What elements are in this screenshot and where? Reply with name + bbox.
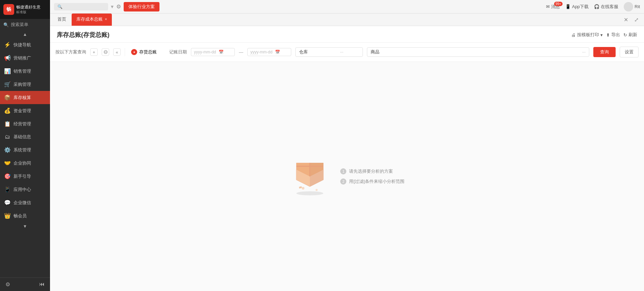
date-end-input[interactable]: yyyy-mm-dd 📅: [247, 48, 291, 56]
user-profile-btn[interactable]: Rit: [624, 2, 640, 11]
empty-tip-2-text: 用[过滤]条件来缩小分析范围: [349, 178, 404, 185]
sidebar-item-label: 资金管理: [14, 108, 31, 114]
coop-icon: 🤝: [4, 160, 11, 166]
calendar-icon: 📅: [275, 50, 280, 54]
panel-close-btn[interactable]: ✕: [621, 15, 631, 24]
sidebar-item-basic[interactable]: 🗂 基础信息: [0, 130, 50, 143]
empty-num-1: 1: [340, 168, 346, 174]
sidebar-item-purchase[interactable]: 🛒 采购管理: [0, 78, 50, 91]
purchase-icon: 🛒: [4, 81, 11, 88]
filter-scheme-panel: ✦ 存货总账: [125, 48, 165, 56]
filter-remove-btn[interactable]: ⊖: [102, 48, 109, 56]
app-download-label: App下载: [572, 4, 589, 10]
print-label: 按模板打印: [577, 32, 599, 38]
finance-icon: 💰: [4, 107, 11, 114]
chevron-left-icon: «: [116, 50, 118, 55]
print-icon: 🖨: [571, 32, 576, 38]
refresh-btn[interactable]: ↻ 刷新: [623, 32, 637, 38]
sidebar-item-inventory[interactable]: 📦 库存核算: [0, 91, 50, 104]
tab-ledger[interactable]: 库存成本总账 ×: [72, 14, 112, 26]
warehouse-select[interactable]: 仓库 ···: [295, 47, 363, 57]
topbar: 🔍 ▾ ⚙ 体验行业方案 ✉ 消息 99+ 📱 App下载 🎧 在线客服 Rit: [50, 0, 644, 14]
date-start-input[interactable]: yyyy-mm-dd 📅: [191, 48, 235, 56]
sidebar-item-label: 基础信息: [14, 134, 31, 140]
topbar-dropdown-btn[interactable]: ▾: [111, 3, 114, 10]
message-badge: 99+: [554, 2, 563, 6]
tab-home[interactable]: 首页: [53, 14, 71, 26]
sidebar-item-vip[interactable]: 👑 畅会员: [0, 209, 50, 222]
online-service-btn[interactable]: 🎧 在线客服: [594, 4, 618, 10]
sidebar-item-label: 新手引导: [14, 173, 31, 179]
app-logo-icon: 畅: [3, 4, 14, 15]
sidebar-item-newbie[interactable]: 🎯 新手引导: [0, 170, 50, 183]
svg-point-0: [296, 191, 323, 195]
message-btn[interactable]: ✉ 消息 99+: [546, 4, 560, 10]
avatar: [624, 2, 633, 11]
sidebar-item-label: 营销推广: [14, 55, 31, 61]
sidebar-item-label: 库存核算: [14, 95, 31, 101]
app-download-btn[interactable]: 📱 App下载: [565, 4, 589, 10]
date-separator: —: [239, 50, 243, 55]
sidebar-search-btn[interactable]: 🔍 搜索菜单: [0, 19, 50, 30]
sidebar-bottom: ⚙ ⏮: [0, 277, 50, 291]
sidebar-scroll-down[interactable]: ▼: [0, 222, 50, 230]
sidebar-item-app-center[interactable]: 📱 应用中心: [0, 183, 50, 196]
headset-icon: 🎧: [594, 4, 599, 9]
sidebar-item-quick-nav[interactable]: ⚡ 快捷导航: [0, 38, 50, 51]
goods-more-btn[interactable]: ···: [582, 50, 586, 54]
sidebar-item-label: 企业协同: [14, 160, 31, 166]
sidebar: 畅 畅捷通好生意 标准版 🔍 搜索菜单 ▲ ⚡ 快捷导航 📢 营销推广 📊 销售…: [0, 0, 50, 291]
newbie-icon: 🎯: [4, 173, 11, 179]
scheme-icon: ✦: [131, 49, 137, 55]
minus-icon: ⊖: [103, 49, 108, 55]
query-btn[interactable]: 查询: [593, 47, 616, 57]
sidebar-item-label: 系统管理: [14, 147, 31, 153]
message-icon: ✉: [546, 4, 550, 9]
filter-collapse-btn[interactable]: «: [113, 48, 121, 56]
sidebar-item-sales[interactable]: 📊 销售管理: [0, 65, 50, 78]
panel-expand-btn[interactable]: ⤢: [631, 15, 641, 24]
topbar-search-box[interactable]: 🔍: [54, 3, 108, 10]
sidebar-scroll-up[interactable]: ▲: [0, 30, 50, 38]
filter-add-btn[interactable]: +: [90, 48, 98, 56]
scheme-item-ledger[interactable]: ✦ 存货总账: [129, 48, 165, 56]
topbar-gear-icon[interactable]: ⚙: [116, 3, 121, 10]
page-header: 库存总账(存货总账) 🖨 按模板打印 ▾ ⬆ 导出 ↻ 刷新: [50, 26, 644, 43]
sidebar-audio-btn[interactable]: ⏮: [39, 281, 45, 288]
search-icon: 🔍: [57, 4, 63, 9]
plus-icon: +: [93, 50, 95, 55]
print-dropdown-icon[interactable]: ▾: [600, 32, 603, 38]
scheme-item-label: 存货总账: [139, 49, 157, 55]
sidebar-item-label: 销售管理: [14, 68, 31, 74]
sidebar-item-ops[interactable]: 📋 经营管理: [0, 117, 50, 130]
app-center-icon: 📱: [4, 186, 11, 193]
inventory-icon: 📦: [4, 94, 11, 101]
export-label: 导出: [611, 32, 620, 38]
topbar-right-actions: ✉ 消息 99+ 📱 App下载 🎧 在线客服 Rit: [546, 2, 640, 11]
online-service-label: 在线客服: [601, 4, 618, 10]
sidebar-item-label: 经营管理: [14, 121, 31, 127]
settings-btn[interactable]: 设置: [620, 47, 639, 57]
sidebar-settings-btn[interactable]: ⚙: [5, 281, 10, 288]
sidebar-item-system[interactable]: ⚙️ 系统管理: [0, 143, 50, 156]
sidebar-item-wechat[interactable]: 💬 企业微信: [0, 196, 50, 209]
empty-text-panel: 1 请先选择要分析的方案 2 用[过滤]条件来缩小分析范围: [340, 168, 404, 185]
sidebar-item-finance[interactable]: 💰 资金管理: [0, 104, 50, 117]
warehouse-more-btn[interactable]: ···: [340, 50, 359, 54]
date-start-placeholder: yyyy-mm-dd: [194, 50, 216, 54]
basic-icon: 🗂: [4, 134, 11, 140]
sidebar-item-marketing[interactable]: 📢 营销推广: [0, 51, 50, 65]
filter-row: 按以下方案查询 + ⊖ « ✦ 存货总账 记账日期 yy: [50, 43, 644, 62]
sidebar-item-coop[interactable]: 🤝 企业协同: [0, 156, 50, 170]
sidebar-item-label: 企业微信: [14, 200, 31, 206]
print-btn[interactable]: 🖨 按模板打印 ▾: [571, 32, 603, 38]
export-btn[interactable]: ⬆ 导出: [606, 32, 620, 38]
warehouse-label: 仓库: [299, 49, 318, 55]
sidebar-nav-list: ▲ ⚡ 快捷导航 📢 营销推广 📊 销售管理 🛒 采购管理 📦 库存核算 💰 资…: [0, 30, 50, 277]
goods-select[interactable]: 商品 ···: [367, 47, 589, 57]
tab-ledger-close-btn[interactable]: ×: [105, 17, 107, 22]
industry-solution-btn[interactable]: 体验行业方案: [124, 2, 159, 11]
user-name-label: Rit: [635, 4, 640, 9]
tabbar: 首页 库存成本总账 × ✕ ⤢: [50, 14, 644, 26]
filter-label: 按以下方案查询: [55, 49, 86, 55]
